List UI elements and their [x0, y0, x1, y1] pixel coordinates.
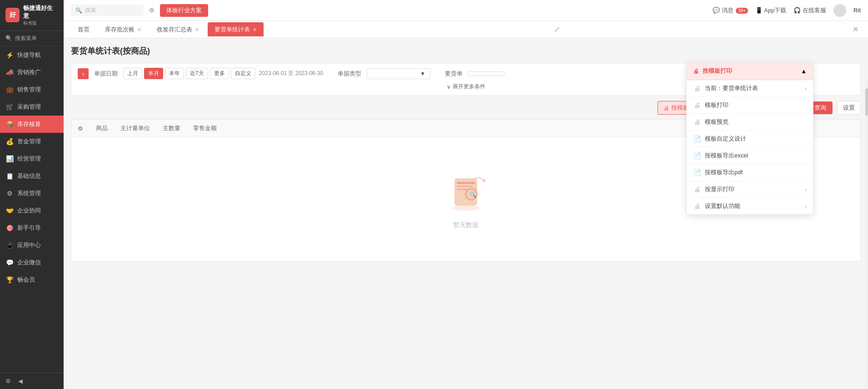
- topbar-search-icon: 🔍: [75, 7, 82, 14]
- operations-icon: 📊: [5, 155, 14, 162]
- dropdown-item-display-print[interactable]: 🖨 按显示打印 ›: [687, 181, 813, 198]
- dropdown-item-template-print[interactable]: 🖨 模板打印: [687, 97, 813, 114]
- topbar-search[interactable]: 🔍 搜索: [71, 5, 144, 16]
- download-icon: 📱: [755, 7, 763, 14]
- guide-icon: 🎯: [5, 224, 14, 232]
- filter-collapse-button[interactable]: ‹: [78, 68, 89, 79]
- sidebar-item-quick-nav[interactable]: ⚡ 快捷导航: [0, 46, 64, 64]
- svg-text:🔍: 🔍: [469, 191, 476, 198]
- avatar[interactable]: [833, 4, 846, 17]
- sidebar-item-guide[interactable]: 🎯 新手引导: [0, 219, 64, 237]
- dropdown-item-template-custom-design[interactable]: 📄 模板自定义设计: [687, 131, 813, 147]
- settings-icon[interactable]: ⚙: [5, 378, 11, 384]
- online-service-label: 在线客服: [803, 7, 826, 14]
- dropdown-item-template-preview[interactable]: 🖨 模板预览: [687, 114, 813, 131]
- tab-order-stats[interactable]: 要货单统计表 ✕: [208, 22, 264, 36]
- display-print-arrow: ›: [805, 186, 807, 193]
- tab-home[interactable]: 首页: [71, 22, 96, 36]
- date-range-display: 2023-06-01 至 2023-06-30: [259, 70, 323, 77]
- sidebar-item-operations[interactable]: 📊 经营管理: [0, 150, 64, 167]
- print-dropdown-menu: 🖨 按模板打印 ▲ 🖨 当前：要货单统计表 › 🖨 模板打印: [686, 62, 813, 215]
- col-settings[interactable]: ⚙: [71, 120, 90, 137]
- sidebar-item-label: 快捷导航: [17, 51, 41, 59]
- sidebar-item-app-center[interactable]: 📱 应用中心: [0, 237, 64, 254]
- message-badge: 99+: [736, 8, 748, 14]
- message-item[interactable]: 💬 消息 99+: [713, 6, 748, 15]
- dropdown-header[interactable]: 🖨 按模板打印 ▲: [687, 62, 813, 80]
- sidebar-item-member[interactable]: 🏆 畅会员: [0, 271, 64, 288]
- date-btn-7days[interactable]: 近7天: [186, 68, 208, 79]
- template-export-excel-label: 按模板导出excel: [705, 152, 748, 160]
- sidebar-item-label: 库存核算: [17, 120, 41, 128]
- sidebar-item-system[interactable]: ⚙ 系统管理: [0, 185, 64, 202]
- sales-icon: 💼: [5, 86, 14, 93]
- quick-nav-icon: ⚡: [5, 51, 14, 59]
- content-area: 要货单统计表(按商品) ‹ 单据日期 上月 本月 本年 近7天 更多 自定义 2…: [64, 38, 868, 389]
- topbar: 🔍 搜索 ⚙ 体验行业方案 💬 消息 99+ 📱 App下载 🎧 在线客服 Ri…: [64, 0, 868, 21]
- display-print-label: 按显示打印: [705, 185, 734, 193]
- template-preview-icon: 🖨: [693, 118, 701, 126]
- date-btn-last-month[interactable]: 上月: [123, 68, 142, 79]
- date-buttons: 上月 本月 本年 近7天 更多 自定义 2023-06-01 至 2023-06…: [123, 68, 323, 79]
- date-btn-current-year[interactable]: 本年: [165, 68, 184, 79]
- sidebar-item-finance[interactable]: 💰 资金管理: [0, 133, 64, 150]
- settings-gear-icon[interactable]: ⚙: [149, 7, 155, 14]
- yh-select[interactable]: [468, 71, 504, 76]
- date-btn-more[interactable]: 更多: [210, 68, 229, 79]
- dropdown-item-template-export-pdf[interactable]: 📄 按模板导出pdf: [687, 164, 813, 181]
- settings-button[interactable]: 设置: [837, 101, 861, 115]
- tab-close-all-button[interactable]: ✕: [850, 24, 861, 35]
- sidebar: 好 畅捷通好生意 标准版 🔍 搜索菜单 ⚡ 快捷导航 📣 营销推广 💼 销售管理…: [0, 0, 64, 389]
- collapse-icon[interactable]: ◀: [18, 378, 23, 384]
- tab-receipt-summary-label: 收发存汇总表: [157, 25, 192, 34]
- template-export-pdf-icon: 📄: [693, 169, 701, 176]
- set-default-arrow: ›: [805, 203, 807, 210]
- wechat-icon: 💬: [5, 259, 14, 266]
- sidebar-search[interactable]: 🔍 搜索菜单: [0, 31, 64, 46]
- dropdown-item-current-template[interactable]: 🖨 当前：要货单统计表 ›: [687, 80, 813, 97]
- sidebar-item-cooperation[interactable]: 🤝 企业协同: [0, 202, 64, 219]
- sidebar-item-label: 系统管理: [17, 189, 41, 197]
- col-retail-amount: 零售金额: [187, 120, 223, 137]
- app-download-item[interactable]: 📱 App下载: [755, 6, 786, 15]
- online-service-item[interactable]: 🎧 在线客服: [793, 6, 826, 15]
- tab-bar: 首页 库存批次账 ✕ 收发存汇总表 ✕ 要货单统计表 ✕ ⤢ ✕: [64, 21, 868, 38]
- tab-order-stats-label: 要货单统计表: [215, 25, 250, 34]
- promo-button[interactable]: 体验行业方案: [160, 4, 208, 17]
- settings-label: 设置: [843, 104, 855, 112]
- empty-text: 暂无数据: [453, 221, 479, 229]
- dropdown-title: 按模板打印: [703, 67, 732, 75]
- member-icon: 🏆: [5, 276, 14, 283]
- tab-expand-button[interactable]: ⤢: [551, 24, 562, 35]
- search-icon: 🔍: [5, 35, 12, 41]
- tab-home-label: 首页: [78, 25, 90, 34]
- message-label: 消息: [722, 7, 733, 14]
- dropdown-collapse-icon[interactable]: ▲: [801, 68, 807, 75]
- dropdown-item-set-default[interactable]: 🖨 设置默认功能 ›: [687, 198, 813, 214]
- sidebar-item-label: 采购管理: [17, 103, 41, 111]
- sidebar-item-basic-info[interactable]: 📋 基础信息: [0, 167, 64, 185]
- tab-order-stats-close[interactable]: ✕: [253, 27, 257, 33]
- date-btn-current-month[interactable]: 本月: [144, 68, 163, 79]
- template-print-icon: 🖨: [693, 101, 701, 109]
- inventory-icon: 📦: [5, 121, 14, 128]
- sidebar-bottom: ⚙ ◀: [0, 373, 64, 389]
- date-btn-custom[interactable]: 自定义: [231, 68, 255, 79]
- dropdown-item-template-export-excel[interactable]: 📄 按模板导出excel: [687, 147, 813, 164]
- order-type-label: 单据类型: [338, 70, 361, 78]
- logo-sub-text: 标准版: [23, 20, 58, 26]
- tab-receipt-summary[interactable]: 收发存汇总表 ✕: [150, 22, 206, 36]
- order-type-select[interactable]: ▼: [367, 68, 430, 79]
- tab-inventory-batch-close[interactable]: ✕: [137, 27, 141, 33]
- sidebar-item-wechat[interactable]: 💬 企业微信: [0, 254, 64, 271]
- yh-label: 要货单: [445, 70, 463, 78]
- cooperation-icon: 🤝: [5, 207, 14, 214]
- tab-inventory-batch[interactable]: 库存批次账 ✕: [98, 22, 148, 36]
- template-export-excel-icon: 📄: [693, 152, 701, 159]
- tab-receipt-summary-close[interactable]: ✕: [195, 27, 199, 33]
- scrollbar-thumb[interactable]: [865, 88, 868, 116]
- sidebar-item-inventory[interactable]: 📦 库存核算: [0, 116, 64, 133]
- sidebar-item-marketing[interactable]: 📣 营销推广: [0, 64, 64, 81]
- sidebar-item-sales[interactable]: 💼 销售管理: [0, 81, 64, 98]
- sidebar-item-purchase[interactable]: 🛒 采购管理: [0, 98, 64, 116]
